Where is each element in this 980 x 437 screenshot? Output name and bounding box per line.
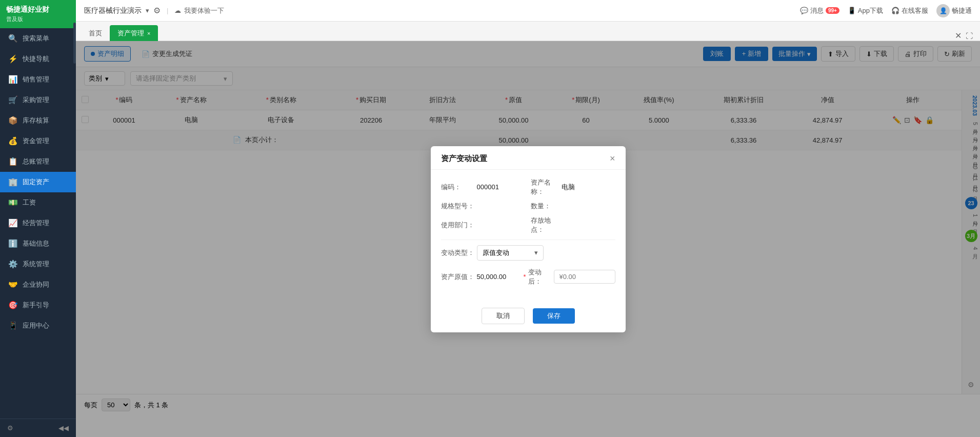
tab-asset-management[interactable]: 资产管理 × [110, 25, 158, 41]
tab-home[interactable]: 首页 [81, 25, 110, 41]
modal-header: 资产变动设置 × [431, 146, 626, 170]
company-title: 医疗器械行业演示 [84, 6, 142, 15]
modal-dept-label: 使用部门： [441, 221, 477, 230]
main-area: 医疗器械行业演示 ▾ ⚙ | ☁ 我要体验一下 💬 消息 99+ 📱 App下载… [76, 0, 980, 437]
sidebar-item-system[interactable]: ⚙️ 系统管理 [0, 254, 76, 274]
collapse-icon[interactable]: ◀◀ [58, 424, 69, 432]
user-profile[interactable]: 👤 畅捷通 [936, 4, 972, 17]
sales-icon: 📊 [8, 75, 17, 84]
modal-row-spec-qty: 规格型号： 数量： [441, 202, 615, 211]
tabbar: 首页 资产管理 × ✕ ⛶ [76, 22, 980, 41]
sidebar-item-label: 采购管理 [23, 95, 49, 105]
modal-footer: 取消 保存 [431, 302, 626, 332]
modal-spec-label: 规格型号： [441, 202, 477, 211]
tab-close-icon[interactable]: × [147, 30, 150, 36]
sidebar-item-wages[interactable]: 💵 工资 [0, 192, 76, 213]
modal-change-type-row: 变动类型： 原值变动 ▾ [441, 245, 615, 261]
sidebar-item-label: 固定资产 [23, 177, 49, 187]
sidebar-item-search[interactable]: 🔍 搜索菜单 [0, 28, 76, 49]
sidebar-item-inventory[interactable]: 📦 库存核算 [0, 110, 76, 131]
modal-body: 编码： 000001 资产名称： 电脑 规格型号： 数量： 使用部门： [431, 170, 626, 302]
system-icon: ⚙️ [8, 260, 17, 269]
modal-code-value: 000001 [477, 183, 531, 191]
sidebar-item-basics[interactable]: ℹ️ 基础信息 [0, 233, 76, 254]
save-button[interactable]: 保存 [533, 308, 575, 324]
topbar-left: 医疗器械行业演示 ▾ ⚙ | ☁ 我要体验一下 [84, 6, 224, 15]
messages-button[interactable]: 💬 消息 99+ [800, 6, 839, 15]
quicknav-icon: ⚡ [8, 54, 17, 64]
modal-row-code-name: 编码： 000001 资产名称： 电脑 [441, 178, 615, 196]
modal-original-value: 50,000.00 [477, 273, 524, 281]
sidebar-item-quicknav[interactable]: ⚡ 快捷导航 [0, 49, 76, 69]
sidebar-item-funds[interactable]: 💰 资金管理 [0, 131, 76, 151]
modal-qty-label: 数量： [531, 202, 562, 211]
app-edition: 普及版 [6, 15, 70, 23]
company-dropdown-icon[interactable]: ▾ [146, 7, 149, 14]
change-type-value: 原值变动 [483, 248, 509, 257]
modal-change-type-label: 变动类型： [441, 248, 477, 257]
ledger-icon: 📋 [8, 157, 17, 166]
content-area: 资产明细 📄 变更生成凭证 刘账 + 新增 批量操作 ▾ ⬆ [76, 41, 980, 437]
modal-row-dept-loc: 使用部门： 存放地点： [441, 216, 615, 234]
sidebar-item-purchase[interactable]: 🛒 采购管理 [0, 90, 76, 110]
topbar: 医疗器械行业演示 ▾ ⚙ | ☁ 我要体验一下 💬 消息 99+ 📱 App下载… [76, 0, 980, 22]
app-download-button[interactable]: 📱 App下载 [848, 6, 883, 15]
sidebar-item-label: 企业协同 [23, 280, 49, 289]
sidebar-item-label: 销售管理 [23, 75, 49, 84]
sidebar-item-label: 经营管理 [23, 218, 49, 228]
sidebar-item-operations[interactable]: 📈 经营管理 [0, 213, 76, 233]
sidebar-item-label: 总账管理 [23, 157, 49, 166]
asset-change-modal: 资产变动设置 × 编码： 000001 资产名称： 电脑 规格型号： [431, 146, 626, 332]
messages-icon: 💬 [800, 7, 808, 14]
topbar-right: 💬 消息 99+ 📱 App下载 🎧 在线客服 👤 畅捷通 [800, 4, 972, 17]
cancel-button[interactable]: 取消 [482, 308, 525, 324]
tab-asset-label: 资产管理 [117, 29, 144, 38]
funds-icon: 💰 [8, 136, 17, 146]
search-icon: 🔍 [8, 34, 17, 43]
window-maximize-button[interactable]: ⛶ [966, 32, 973, 40]
user-avatar: 👤 [936, 4, 950, 17]
required-mark: * [523, 273, 526, 281]
app-logo: 畅捷通好业财 普及版 [0, 0, 76, 28]
change-type-select[interactable]: 原值变动 ▾ [477, 245, 544, 261]
inventory-icon: 📦 [8, 116, 17, 125]
sidebar-item-label: 基础信息 [23, 239, 49, 248]
assets-icon: 🏢 [8, 177, 17, 187]
sidebar-nav: 🔍 搜索菜单 ⚡ 快捷导航 📊 销售管理 🛒 采购管理 📦 库存核算 💰 资金管… [0, 28, 76, 419]
wages-icon: 💵 [8, 198, 17, 207]
sidebar-item-guide[interactable]: 🎯 新手引导 [0, 295, 76, 315]
sidebar-item-appstore[interactable]: 📱 应用中心 [0, 315, 76, 336]
online-service-button[interactable]: 🎧 在线客服 [891, 6, 928, 15]
sidebar-item-sales[interactable]: 📊 销售管理 [0, 69, 76, 90]
collab-icon: 🤝 [8, 280, 17, 289]
modal-loc-label: 存放地点： [531, 216, 562, 234]
sidebar-item-label: 系统管理 [23, 260, 49, 269]
sidebar-item-collab[interactable]: 🤝 企业协同 [0, 274, 76, 295]
sidebar-item-label: 搜索菜单 [23, 34, 49, 43]
modal-after-input[interactable] [554, 270, 615, 284]
sidebar-item-label: 新手引导 [23, 301, 49, 310]
basics-icon: ℹ️ [8, 239, 17, 248]
purchase-icon: 🛒 [8, 95, 17, 105]
download-icon: 📱 [848, 7, 856, 14]
topbar-settings-icon[interactable]: ⚙ [153, 6, 161, 15]
window-close-button[interactable]: ✕ [955, 31, 962, 41]
modal-title: 资产变动设置 [441, 154, 487, 164]
settings-icon[interactable]: ⚙ [7, 424, 13, 432]
messages-badge: 99+ [826, 7, 839, 14]
modal-overlay: 资产变动设置 × 编码： 000001 资产名称： 电脑 规格型号： [76, 41, 980, 437]
change-type-dropdown-icon: ▾ [534, 249, 538, 256]
sidebar-item-ledger[interactable]: 📋 总账管理 [0, 151, 76, 172]
modal-original-label: 资产原值： [441, 272, 477, 282]
sidebar-item-label: 库存核算 [23, 116, 49, 125]
appstore-icon: 📱 [8, 321, 17, 330]
sidebar-footer: ⚙ ◀◀ [0, 419, 76, 437]
operations-icon: 📈 [8, 218, 17, 228]
modal-after-label: 变动后： [528, 268, 554, 286]
modal-original-row: 资产原值： 50,000.00 * 变动后： [441, 268, 615, 286]
modal-close-button[interactable]: × [610, 153, 615, 164]
modal-divider [441, 240, 615, 240]
sidebar: 畅捷通好业财 普及版 🔍 搜索菜单 ⚡ 快捷导航 📊 销售管理 🛒 采购管理 📦… [0, 0, 76, 437]
sidebar-item-assets[interactable]: 🏢 固定资产 [0, 172, 76, 192]
sidebar-item-label: 快捷导航 [23, 54, 49, 64]
